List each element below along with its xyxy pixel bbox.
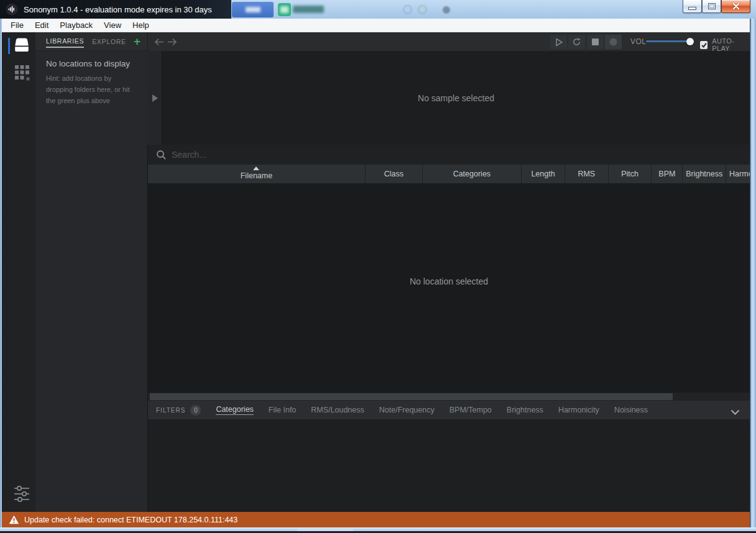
record-icon <box>609 38 617 46</box>
arrow-left-icon <box>154 38 164 46</box>
play-icon <box>555 38 563 47</box>
close-button[interactable] <box>721 0 750 13</box>
main-toolbar: VOL AUTO-PLAY <box>147 32 750 51</box>
table-empty-text: No location selected <box>410 276 488 286</box>
filters-label: FILTERS <box>156 407 185 414</box>
menu-file[interactable]: File <box>5 19 29 32</box>
sample-empty-text: No sample selected <box>418 93 494 103</box>
maximize-button[interactable] <box>702 0 721 13</box>
table-header: Filename Class Categories Length RMS Pit… <box>147 165 750 183</box>
app-body: LIBRARIES EXPLORE + VOL <box>2 32 750 512</box>
tab-libraries[interactable]: LIBRARIES <box>46 35 84 48</box>
locations-empty-hint: Hint: add locations by dropping folders … <box>46 73 139 106</box>
window-title: Sononym 1.0.4 - evaluation mode expires … <box>24 5 212 14</box>
filter-detail-panel <box>147 419 750 512</box>
search-bar <box>147 145 750 165</box>
titlebar-app-section: Sononym 1.0.4 - evaluation mode expires … <box>0 0 231 19</box>
status-message: Update check failed: connect ETIMEDOUT 1… <box>24 516 237 524</box>
stop-icon <box>592 39 599 45</box>
menu-playback[interactable]: Playback <box>54 19 98 32</box>
column-header-rms[interactable]: RMS <box>565 165 608 183</box>
filter-tab-noisiness[interactable]: Noisiness <box>614 406 648 415</box>
panel-divider <box>147 51 162 145</box>
window-titlebar[interactable]: Sononym 1.0.4 - evaluation mode expires … <box>0 0 756 19</box>
stop-button[interactable] <box>587 35 604 49</box>
menu-edit[interactable]: Edit <box>29 19 54 32</box>
warning-icon <box>9 515 19 524</box>
window-border-left <box>0 19 2 527</box>
add-location-button[interactable]: + <box>134 34 141 49</box>
nav-back-button[interactable] <box>154 37 164 48</box>
background-window-glyph <box>418 5 427 14</box>
window-border-right <box>750 19 756 527</box>
check-icon <box>701 42 708 48</box>
grid-icon <box>15 65 30 82</box>
status-bar: Update check failed: connect ETIMEDOUT 1… <box>2 512 750 527</box>
column-header-bpm[interactable]: BPM <box>651 165 682 183</box>
volume-slider[interactable] <box>646 40 691 42</box>
column-header-class[interactable]: Class <box>365 165 422 183</box>
filter-tab-note-frequency[interactable]: Note/Frequency <box>379 406 435 415</box>
drive-icon <box>13 37 30 53</box>
play-button[interactable] <box>550 35 567 49</box>
locations-tab-bar: LIBRARIES EXPLORE + <box>35 32 147 51</box>
minimize-button[interactable] <box>683 0 702 13</box>
tab-explore[interactable]: EXPLORE <box>92 36 126 47</box>
background-window-icon <box>278 3 291 16</box>
horizontal-scrollbar-thumb[interactable] <box>150 393 673 400</box>
minimize-icon <box>689 7 696 9</box>
close-icon <box>732 3 740 9</box>
chevron-down-icon <box>731 409 740 415</box>
menu-help[interactable]: Help <box>127 19 155 32</box>
expand-panel-icon[interactable] <box>152 94 158 102</box>
autoplay-checkbox[interactable] <box>700 41 708 49</box>
results-table-body[interactable]: No location selected <box>147 183 750 401</box>
volume-label: VOL <box>630 37 647 46</box>
sliders-icon <box>12 485 31 503</box>
locations-empty-title: No locations to display <box>46 59 147 68</box>
sononym-window: Sononym 1.0.4 - evaluation mode expires … <box>0 0 756 533</box>
column-header-harmonicity[interactable]: Harmonicity <box>726 165 750 183</box>
sidebar-item-library[interactable] <box>13 37 30 55</box>
filter-tab-bpm-tempo[interactable]: BPM/Tempo <box>449 406 492 415</box>
search-input[interactable] <box>172 150 433 160</box>
sidebar-item-settings[interactable] <box>12 485 31 506</box>
sample-view: No sample selected <box>162 51 750 145</box>
nav-forward-button[interactable] <box>167 37 178 48</box>
filter-tab-file-info[interactable]: File Info <box>269 406 296 415</box>
background-window-glyph <box>443 6 450 14</box>
column-header-categories[interactable]: Categories <box>422 165 522 183</box>
menu-bar: File Edit Playback View Help <box>2 19 750 32</box>
background-window-glyph <box>403 5 412 14</box>
horizontal-scrollbar[interactable] <box>148 393 750 401</box>
sort-asc-icon <box>253 166 259 170</box>
background-window-text <box>293 6 324 13</box>
maximize-icon <box>709 4 715 9</box>
filter-tab-brightness[interactable]: Brightness <box>507 406 543 415</box>
collapse-filters-button[interactable] <box>731 406 740 417</box>
arrow-right-icon <box>167 38 178 46</box>
menu-view[interactable]: View <box>98 19 127 32</box>
filters-count-badge: 0 <box>190 405 201 416</box>
search-icon <box>156 150 166 160</box>
filters-bar: FILTERS 0 Categories File Info RMS/Loudn… <box>147 401 750 419</box>
window-controls <box>683 0 750 13</box>
autoplay-control: AUTO-PLAY <box>700 37 750 52</box>
volume-slider-knob[interactable] <box>686 38 694 45</box>
loop-button[interactable] <box>568 35 585 49</box>
side-rail <box>2 32 35 512</box>
column-header-pitch[interactable]: Pitch <box>608 165 652 183</box>
record-button[interactable] <box>605 35 622 49</box>
column-header-brightness[interactable]: Brightness <box>682 165 726 183</box>
column-header-length[interactable]: Length <box>521 165 565 183</box>
sidebar-item-browse[interactable] <box>15 65 30 84</box>
active-tab-indicator <box>8 38 10 54</box>
filter-tab-categories[interactable]: Categories <box>216 405 253 415</box>
locations-panel[interactable]: No locations to display Hint: add locati… <box>35 51 147 512</box>
app-logo-icon <box>6 3 18 16</box>
loop-icon <box>572 37 581 47</box>
filter-tab-rms-loudness[interactable]: RMS/Loudness <box>311 406 364 415</box>
autoplay-label: AUTO-PLAY <box>712 37 750 52</box>
column-header-filename[interactable]: Filename <box>148 165 365 183</box>
filter-tab-harmonicity[interactable]: Harmonicity <box>558 406 599 415</box>
